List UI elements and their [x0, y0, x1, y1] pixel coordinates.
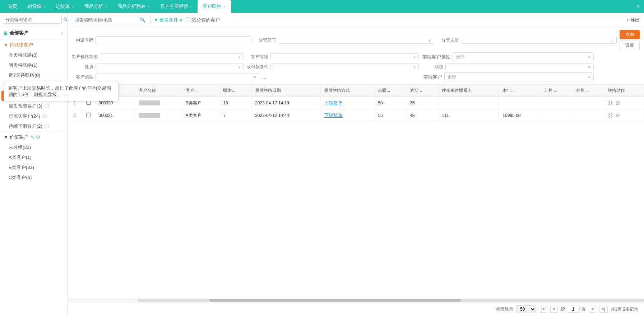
chevron-down-icon: ∨ [588, 65, 590, 69]
close-icon[interactable]: × [223, 4, 226, 9]
sidebar-item-declining[interactable]: 持续下滑客户(2) ⓘ [0, 121, 67, 131]
customer-type-select[interactable]: ∨ [96, 74, 259, 80]
advanced-filter: 电话号码 分管部门 ∨ 分管人员 ... [68, 27, 644, 85]
status-select[interactable]: ∨ [445, 63, 594, 70]
my-customers-checkbox[interactable] [186, 18, 190, 22]
filter-row-4: 客户类型 ∨ ... 零散客户 全部 ∨ [72, 72, 640, 81]
first-page-button[interactable]: |< [539, 306, 547, 313]
row-last-contact-date: 2023-04-17 14:19: [251, 97, 320, 109]
manager-select[interactable]: ... [461, 37, 617, 44]
row-actions: ⛓ ⊞ [604, 109, 644, 122]
row-checkbox[interactable] [86, 113, 91, 117]
customer-type-field: 客户类型 ∨ [72, 74, 259, 80]
status-label: 状态 [422, 64, 443, 70]
contact-method-link[interactable]: 下销货单 [324, 100, 343, 105]
chevron-down-icon: ∨ [428, 38, 431, 42]
info-icon: ⓘ [42, 113, 47, 119]
collapse-icon[interactable]: » [61, 30, 64, 36]
price-level-select[interactable]: ∨ [100, 53, 244, 60]
sidebar-item-today-pending[interactable]: 今天待联络(0) [0, 50, 67, 60]
col-current-month: 本月... [572, 85, 604, 97]
sidebar-item-lost-warning[interactable]: 流失预警客户(3) ⓘ [0, 101, 67, 111]
gender-label: 性质 [72, 64, 93, 70]
row-uncontacted: 55 [374, 109, 406, 122]
horizontal-scrollbar[interactable] [68, 298, 644, 302]
per-page-select[interactable]: 50 100 200 [516, 305, 536, 313]
top-navigation: 首页 销货单 × 进货单 × 商品分析 × 商品分析列表 × 客户分层经营 × … [0, 0, 644, 13]
scrollbar-track [138, 299, 644, 302]
sidebar-item-lost[interactable]: 已流失客户(24) ⓘ [0, 111, 67, 121]
sidebar-item-week-pending[interactable]: 近7天待联络(0) [0, 70, 67, 80]
retail-attr-select[interactable]: 全部 ∨ [453, 52, 594, 61]
payment-select[interactable]: ∨ [270, 63, 419, 70]
nav-item-sales[interactable]: 销货单 × [22, 0, 51, 13]
close-icon[interactable]: × [43, 4, 46, 9]
phone-input[interactable] [96, 36, 251, 44]
more-conditions-button[interactable]: ▼ 更多条件 ∨ [154, 17, 183, 23]
scrollbar-thumb[interactable] [209, 299, 461, 302]
sidebar-item-b-class[interactable]: B类客户(33) [0, 162, 67, 173]
category-search-input[interactable] [3, 16, 62, 24]
sidebar-item-tomorrow-pending[interactable]: 明天待联络(1) [0, 60, 67, 70]
pending-contact-group[interactable]: ▼ 待联络客户 [0, 39, 67, 50]
edit-icon[interactable]: ✎ [31, 135, 34, 140]
retail-customer-select[interactable]: 全部 ∨ [444, 72, 594, 81]
close-icon[interactable]: × [190, 4, 193, 9]
nav-item-product-list[interactable]: 商品分析列表 × [112, 0, 155, 13]
table-header-row: ⚙ 客户编码 客户名称 客户... 联络... 最后联络日期 最后联络方式 未联… [68, 85, 644, 97]
row-name [135, 97, 182, 109]
nav-item-product-analysis[interactable]: 商品分析 × [79, 0, 112, 13]
query-button[interactable]: 查询 [620, 30, 640, 39]
info-icon: ⓘ [45, 123, 49, 129]
gender-select[interactable]: ∨ [96, 63, 244, 70]
price-level-field: 客户价格等级 ∨ [72, 53, 244, 60]
more-options-icon[interactable]: ... [262, 74, 267, 80]
search-icon[interactable]: 🔍 [140, 17, 145, 23]
row-overdue: 48 [406, 109, 438, 122]
action-grid-icon[interactable]: ⊞ [616, 100, 620, 106]
col-overdue: 逾期... [406, 85, 438, 97]
row-last-month [540, 97, 572, 109]
row-current-year [499, 97, 540, 109]
nav-item-customer-tier[interactable]: 客户分层经营 × [155, 0, 198, 13]
prev-page-button[interactable]: < [550, 306, 558, 313]
row-last-contact-method: 下销货单 [320, 109, 374, 122]
sidebar-item-ungrouped[interactable]: 未分组(32) [0, 142, 67, 152]
last-page-button[interactable]: >| [599, 306, 608, 313]
chevron-down-icon: ∨ [588, 55, 590, 59]
close-icon[interactable]: × [148, 4, 150, 9]
nav-item-purchase[interactable]: 进货单 × [51, 0, 79, 13]
value-customer-group[interactable]: ▼ 价值客户 ✎ ⚙ [0, 131, 67, 142]
tooltip-box: 距客户上次交易时长，超过了此客户的平均交易周期的1.5倍，则视为异常。 ... [4, 82, 68, 101]
filter-row-2: 客户价格等级 ∨ 客户等级 ∨ 零散客户属性 [72, 52, 640, 61]
next-page-button[interactable]: > [589, 306, 596, 313]
search-input[interactable] [75, 18, 140, 23]
customer-level-select[interactable]: ∨ [270, 53, 419, 60]
row-uncontacted: 50 [374, 97, 406, 109]
retail-customer-field: 零散客户 全部 ∨ [423, 72, 594, 81]
close-icon[interactable]: × [72, 4, 74, 9]
window-close-button[interactable]: × [636, 3, 640, 10]
action-link-icon[interactable]: ⛓ [608, 100, 613, 106]
per-page-label: 每页显示 [496, 306, 513, 312]
settings-icon[interactable]: ⚙ [36, 135, 40, 140]
nav-item-customer-contact[interactable]: 客户联络 × [198, 0, 231, 13]
action-link-icon[interactable]: ⛓ [608, 113, 613, 118]
search-icon[interactable]: 🔍 [63, 17, 68, 23]
action-grid-icon[interactable]: ⊞ [616, 113, 620, 118]
export-button[interactable]: ↑ 导出 [627, 17, 640, 23]
tooltip-more-icon[interactable]: ... [64, 92, 68, 97]
col-last-month: 上月... [540, 85, 572, 97]
row-last-contact-date: 2023-04-12 14:44: [251, 109, 320, 122]
col-contact-count: 联络... [219, 85, 251, 97]
close-icon[interactable]: × [105, 4, 107, 9]
settings-button[interactable]: 设置 [620, 41, 640, 50]
sidebar-item-c-class[interactable]: C类客户(6) [0, 173, 67, 183]
dept-select[interactable]: ∨ [278, 37, 434, 44]
row-current-year: 10995.00 [499, 109, 540, 122]
col-contact-person: 往来单位联系人 [438, 85, 499, 97]
page-input[interactable] [567, 306, 580, 313]
nav-item-home[interactable]: 首页 [3, 0, 22, 13]
sidebar-item-a-class[interactable]: A类客户(1) [0, 152, 67, 162]
contact-method-link[interactable]: 下销货单 [324, 113, 343, 118]
